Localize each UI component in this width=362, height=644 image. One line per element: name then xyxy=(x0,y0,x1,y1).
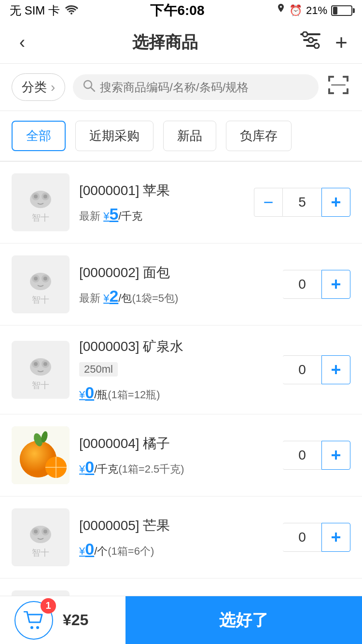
qty-input-3[interactable] xyxy=(283,355,321,384)
back-button[interactable]: ‹ xyxy=(14,28,30,57)
table-row: 智十 [0000003] 矿泉水 250ml ¥0/瓶(1箱=12瓶) + xyxy=(0,326,362,414)
qty-input-1[interactable] xyxy=(283,188,321,217)
product-price-1: 最新 ¥5/千克 xyxy=(79,205,244,224)
product-spec-3: 250ml xyxy=(79,362,118,377)
qty-input-2[interactable] xyxy=(283,270,321,299)
carrier-text: 无 SIM 卡 xyxy=(10,3,60,18)
svg-point-21 xyxy=(43,195,47,198)
table-row: [0000004] 橘子 ¥0/千克(1箱=2.5千克) + xyxy=(0,415,362,496)
qty-plus-5[interactable]: + xyxy=(321,523,350,552)
product-info-3: [0000003] 矿泉水 250ml ¥0/瓶(1箱=12瓶) xyxy=(79,337,273,402)
product-price-2: 最新 ¥2/包(1袋=5包) xyxy=(79,287,273,306)
placeholder-icon-3: 智十 xyxy=(25,349,56,391)
svg-point-54 xyxy=(30,626,33,629)
product-list: 智十 [0000001] 苹果 最新 ¥5/千克 − + xyxy=(0,162,362,644)
product-image-3: 智十 xyxy=(12,341,70,399)
product-image-1: 智十 xyxy=(12,173,70,231)
svg-point-44 xyxy=(34,530,38,533)
tab-new[interactable]: 新品 xyxy=(163,121,216,151)
product-image-4 xyxy=(12,426,70,484)
svg-point-22 xyxy=(30,273,51,290)
svg-rect-16 xyxy=(331,84,346,85)
svg-rect-15 xyxy=(343,92,348,94)
product-image-2: 智十 xyxy=(12,255,70,313)
placeholder-icon-5: 智十 xyxy=(25,516,56,559)
svg-line-7 xyxy=(91,87,95,91)
svg-point-45 xyxy=(43,530,47,533)
svg-point-20 xyxy=(34,195,38,198)
product-info-2: [0000002] 面包 最新 ¥2/包(1袋=5包) xyxy=(79,264,273,306)
svg-point-26 xyxy=(43,277,47,280)
svg-point-27 xyxy=(30,358,51,376)
category-button[interactable]: 分类 › xyxy=(12,73,65,101)
cart-section: 1 ¥25 xyxy=(0,601,125,640)
svg-rect-9 xyxy=(328,76,330,82)
nav-actions: + xyxy=(300,30,348,55)
confirm-button[interactable]: 选好了 xyxy=(125,596,362,644)
qty-controls-2: + xyxy=(283,270,350,299)
product-name-2: [0000002] 面包 xyxy=(79,264,273,282)
product-name-4: [0000004] 橘子 xyxy=(79,434,273,453)
qty-minus-1[interactable]: − xyxy=(254,188,283,217)
product-name-3: [0000003] 矿泉水 xyxy=(79,337,273,356)
qty-plus-3[interactable]: + xyxy=(321,355,350,384)
status-time: 下午6:08 xyxy=(150,1,204,20)
category-arrow: › xyxy=(51,80,55,95)
tab-bar: 全部 近期采购 新品 负库存 xyxy=(0,111,362,162)
table-row: 智十 [0000005] 芒果 ¥0/个(1箱=6个) + xyxy=(0,497,362,578)
cart-badge: 1 xyxy=(41,598,56,614)
qty-plus-2[interactable]: + xyxy=(321,270,350,299)
alarm-icon: ⏰ xyxy=(289,4,302,17)
product-info-5: [0000005] 芒果 ¥0/个(1箱=6个) xyxy=(79,517,273,559)
page-title: 选择商品 xyxy=(132,31,198,54)
svg-rect-11 xyxy=(347,76,348,82)
svg-point-41 xyxy=(30,526,51,543)
cart-total: ¥25 xyxy=(63,611,88,629)
svg-rect-13 xyxy=(328,92,334,94)
tab-all[interactable]: 全部 xyxy=(12,121,66,151)
search-input[interactable] xyxy=(100,81,309,94)
svg-point-25 xyxy=(34,277,38,280)
qty-controls-5: + xyxy=(283,523,350,552)
product-name-1: [0000001] 苹果 xyxy=(79,182,244,200)
filter-icon[interactable] xyxy=(300,31,320,53)
qty-controls-3: + xyxy=(283,355,350,384)
svg-point-5 xyxy=(314,43,319,48)
category-label: 分类 xyxy=(22,79,47,96)
qty-plus-4[interactable]: + xyxy=(321,441,350,470)
product-info-1: [0000001] 苹果 最新 ¥5/千克 xyxy=(79,182,244,224)
qty-plus-1[interactable]: + xyxy=(321,188,350,217)
qty-input-4[interactable] xyxy=(283,441,321,470)
tab-recent[interactable]: 近期采购 xyxy=(75,121,153,151)
battery-text: 21% xyxy=(306,4,327,17)
status-left: 无 SIM 卡 xyxy=(10,3,78,18)
product-name-5: [0000005] 芒果 xyxy=(79,517,273,535)
product-price-4: ¥0/千克(1箱=2.5千克) xyxy=(79,458,273,476)
svg-rect-2 xyxy=(306,45,315,47)
search-icon xyxy=(83,79,95,95)
product-image-5: 智十 xyxy=(12,508,70,566)
status-right: ⏰ 21% xyxy=(277,4,352,17)
filter-bar: 分类 › xyxy=(0,64,362,111)
qty-controls-1: − + xyxy=(254,188,350,217)
status-bar: 无 SIM 卡 下午6:08 ⏰ 21% xyxy=(0,0,362,21)
svg-point-17 xyxy=(30,191,51,208)
svg-point-31 xyxy=(43,362,47,366)
placeholder-icon-1: 智十 xyxy=(25,181,56,224)
svg-point-30 xyxy=(34,362,38,366)
table-row: 智十 [0000001] 苹果 最新 ¥5/千克 − + xyxy=(0,162,362,243)
qty-input-5[interactable] xyxy=(283,523,321,552)
bottom-bar: 1 ¥25 选好了 xyxy=(0,596,362,644)
product-price-3: ¥0/瓶(1箱=12瓶) xyxy=(79,383,273,402)
battery-icon xyxy=(331,5,352,16)
scan-icon[interactable] xyxy=(326,74,350,100)
svg-point-55 xyxy=(36,626,39,629)
tab-negative[interactable]: 负库存 xyxy=(226,121,292,151)
add-icon[interactable]: + xyxy=(335,30,348,55)
wifi-icon xyxy=(65,4,78,17)
product-price-5: ¥0/个(1箱=6个) xyxy=(79,540,273,559)
cart-icon[interactable]: 1 xyxy=(14,601,53,640)
qty-controls-4: + xyxy=(283,441,350,470)
svg-point-3 xyxy=(303,32,307,37)
location-icon xyxy=(277,4,285,17)
